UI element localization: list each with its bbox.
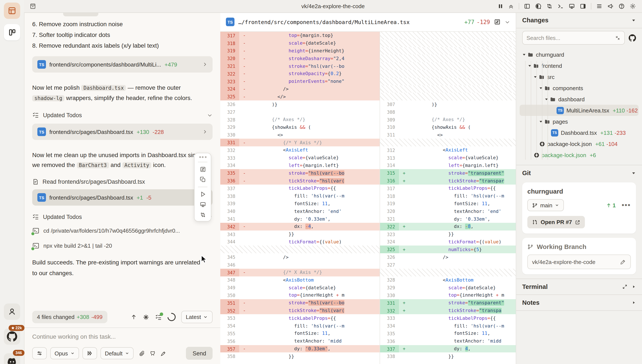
diff-row[interactable]: 320 textAnchor: 'end': [380, 208, 516, 215]
model-select[interactable]: Opus: [50, 347, 79, 359]
tree-folder-frontend[interactable]: frontend: [520, 60, 638, 71]
diff-row[interactable]: [380, 40, 516, 47]
diff-row[interactable]: [380, 93, 516, 101]
tree-folder-churnguard[interactable]: churnguard: [520, 49, 638, 60]
diff-row[interactable]: [380, 139, 516, 146]
git-compare-icon[interactable]: [200, 212, 206, 218]
diff-row[interactable]: 319 fontSize: 11,: [380, 200, 516, 208]
triangle-right-icon[interactable]: [632, 300, 636, 305]
diff-row[interactable]: 321 dy: '0.33em',: [380, 215, 516, 223]
diff-row[interactable]: 307 )}: [380, 100, 516, 108]
diff-row[interactable]: 334 fill: 'hsl(var(--m: [380, 322, 516, 330]
tree-file-package-lock.json[interactable]: package-lock.json+6: [520, 150, 638, 160]
diff-row[interactable]: [380, 55, 516, 62]
open-in-editor-icon[interactable]: [494, 18, 501, 25]
file-diff-chip-hovered[interactable]: TS frontend/src/pages/Dashboard.tsx +1 -…: [32, 189, 213, 206]
diff-row[interactable]: 324 tickFormat={(value): [380, 238, 516, 246]
composer-settings-button[interactable]: [32, 347, 47, 359]
diff-row[interactable]: [380, 70, 516, 78]
diff-new-column[interactable]: 307 )}308309 {/* Axes */}310 {showAxis &…: [380, 32, 516, 364]
chevron-down-icon[interactable]: [505, 19, 510, 25]
diff-row[interactable]: 332+ tickStroke="transpa: [380, 307, 516, 314]
diff-row[interactable]: 346: [220, 261, 380, 269]
send-button[interactable]: Send: [186, 347, 213, 360]
read-file-row[interactable]: Read frontend/src/pages/Dashboard.tsx: [32, 178, 213, 185]
diff-row[interactable]: 355 fontSize: 11,: [220, 330, 380, 338]
diff-row[interactable]: 345 />: [220, 253, 380, 261]
layout-tab-button[interactable]: [4, 2, 20, 19]
diff-row[interactable]: 338 fill: 'hsl(var(--m: [220, 192, 380, 200]
diff-row[interactable]: 333 scale={valueScale}: [220, 154, 380, 162]
diff-row[interactable]: 348 <AxisBottom: [220, 276, 380, 284]
more-actions-icon[interactable]: •••: [621, 201, 631, 209]
github-cat-icon[interactable]: [629, 34, 636, 42]
git-section-header[interactable]: Git: [516, 165, 642, 181]
diff-row[interactable]: 323 }}: [380, 230, 516, 238]
copy-icon[interactable]: [200, 176, 206, 183]
diff-row[interactable]: 322+ dx: -8,: [380, 223, 516, 230]
diff-row[interactable]: 317 tickLabelProps={{: [380, 184, 516, 192]
diff-row[interactable]: 311 <>: [380, 131, 516, 139]
version-select[interactable]: Latest: [181, 311, 213, 323]
diff-row[interactable]: 308: [380, 108, 516, 116]
tree-folder-dashboard[interactable]: dashboard: [520, 94, 638, 105]
diff-row[interactable]: 312 <AxisLeft: [380, 146, 516, 154]
git-compare-icon[interactable]: [546, 3, 553, 10]
diff-row[interactable]: 318- scale={dateScale}: [220, 40, 380, 47]
diff-row[interactable]: 356 textAnchor: 'midd: [220, 338, 380, 345]
diff-row[interactable]: [380, 32, 516, 40]
triangle-right-icon[interactable]: [632, 284, 636, 289]
terminal-command-row[interactable]: cd /private/var/folders/10/h7w0q46556ggr…: [32, 227, 213, 234]
branch-select[interactable]: main: [527, 199, 564, 211]
discord-button[interactable]: 346: [4, 353, 20, 364]
diff-row[interactable]: 335 fontSize: 11,: [380, 330, 516, 338]
diff-row[interactable]: 321- stroke="hsl(var(--bo: [220, 62, 380, 70]
diff-row[interactable]: 331- {/* Y Axis */}: [220, 139, 380, 146]
diff-row[interactable]: 322- strokeOpacity={0.2}: [220, 70, 380, 78]
changes-section-header[interactable]: Changes: [516, 12, 642, 28]
megaphone-icon[interactable]: [607, 3, 614, 10]
diff-row[interactable]: 330 top={innerHeight + m: [380, 292, 516, 299]
diff-row[interactable]: 325+ numTicks={5}: [380, 246, 516, 254]
updated-todos-row[interactable]: Updated Todos: [32, 112, 213, 118]
diff-row[interactable]: 315+ stroke="transparent": [380, 169, 516, 177]
diff-row[interactable]: 327: [380, 261, 516, 269]
terminal-icon[interactable]: [557, 3, 564, 10]
diff-row[interactable]: [220, 246, 380, 254]
monitor-icon[interactable]: [568, 3, 575, 10]
diff-row[interactable]: 310 {showAxis && (: [380, 124, 516, 131]
monitor-icon[interactable]: [200, 201, 206, 208]
settings-gear-icon[interactable]: [629, 3, 636, 10]
diff-row[interactable]: 333 tickLabelProps={{: [380, 314, 516, 322]
diff-row[interactable]: 344 tickFormat={(value): [220, 238, 380, 246]
file-diff-chip[interactable]: TS frontend/src/pages/Dashboard.tsx +130…: [32, 124, 213, 140]
archive-icon[interactable]: [30, 3, 36, 10]
terminal-command-row[interactable]: npx vite build 2>&1 | tail -20: [32, 242, 213, 250]
diff-row[interactable]: 347- {/* X Axis */}: [220, 268, 380, 276]
chat-scroll-area[interactable]: 6. Remove zoom instruction noise7. Softe…: [25, 12, 220, 306]
panel-right-icon[interactable]: [580, 3, 586, 10]
todos-status-icon[interactable]: [155, 314, 162, 320]
tree-file-package-lock.json[interactable]: package-lock.json+61-104: [520, 138, 638, 150]
edit-pencil-icon[interactable]: [620, 259, 626, 265]
diff-row[interactable]: 328 <AxisBottom: [380, 276, 516, 284]
attachment-icon[interactable]: [139, 350, 145, 356]
file-diff-chip[interactable]: TS frontend/src/components/dashboard/Mul…: [32, 56, 213, 72]
tree-folder-pages[interactable]: pages: [520, 116, 638, 127]
diff-row[interactable]: 325- </>: [220, 93, 380, 101]
diff-row[interactable]: 309 {/* Axes */}: [380, 116, 516, 124]
panel-left-icon[interactable]: [524, 3, 530, 10]
diff-row[interactable]: [380, 62, 516, 70]
diff-row[interactable]: 339 fontSize: 11,: [220, 200, 380, 208]
diff-row[interactable]: 323- pointerEvents="none": [220, 78, 380, 86]
diff-row[interactable]: 318 fill: 'hsl(var(--m: [380, 192, 516, 200]
diff-row[interactable]: 357- dy: '0.33em',: [220, 345, 380, 352]
collapse-up-icon[interactable]: [508, 3, 514, 9]
diff-row[interactable]: 341 dy: '0.33em',: [220, 215, 380, 223]
diff-row[interactable]: 332 <AxisLeft: [220, 146, 380, 154]
diff-row[interactable]: 328 {/* Axes */}: [220, 116, 380, 124]
account-button[interactable]: [4, 304, 20, 320]
chat-bubble-icon[interactable]: [535, 3, 541, 10]
diff-row[interactable]: 338 }}: [380, 352, 516, 360]
diff-row[interactable]: 340 textAnchor: 'end': [220, 208, 380, 215]
